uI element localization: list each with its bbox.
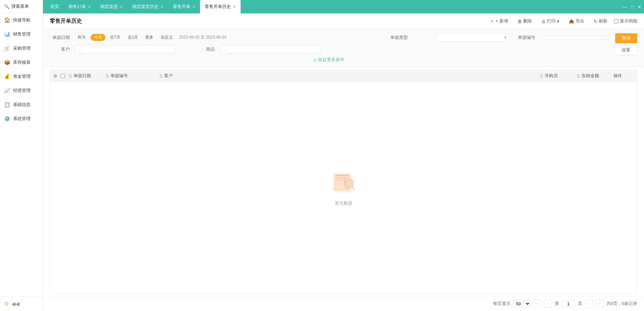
collapse-more-btn[interactable]: ∧ 收起更多条件	[50, 57, 608, 63]
refresh-button[interactable]: ↻ 刷新	[591, 17, 610, 25]
date-today-btn[interactable]: 今天	[91, 34, 105, 41]
sidebar-item-label: 采购管理	[13, 45, 31, 51]
table-settings-icon[interactable]: ⚙	[53, 73, 57, 79]
col-header-date[interactable]: ⇅ 单据日期	[68, 73, 102, 79]
page-label: 第	[555, 301, 559, 307]
sort-icon: ⇅	[577, 73, 580, 79]
add-button[interactable]: ＋ + 新增	[487, 17, 511, 25]
date-last1m-btn[interactable]: 近1月	[125, 34, 141, 41]
tab-retail-open-close[interactable]: ✕	[192, 5, 195, 9]
prev-page-btn[interactable]: ‹	[544, 300, 552, 308]
sidebar-search-btn[interactable]: 🔍 搜索菜单	[0, 0, 43, 13]
page-actions: ＋ + 新增 🗑 删除 🖨 打印 ▾ 📤 导出 ↻	[487, 17, 637, 25]
date-last7-btn[interactable]: 近7天	[107, 34, 123, 41]
tab-sales-return-close[interactable]: ✕	[120, 5, 123, 9]
query-button[interactable]: 查询	[615, 33, 637, 43]
svg-rect-2	[335, 175, 349, 176]
tab-retail-open[interactable]: 零售开单 ✕	[168, 0, 200, 13]
inventory-icon: 📦	[4, 59, 10, 65]
tab-sales-order-close[interactable]: ✕	[88, 5, 91, 9]
sidebar-item-label: 资金管理	[13, 73, 31, 80]
print-dropdown-icon: ▾	[557, 19, 559, 24]
sidebar: 🔍 搜索菜单 🏠 快捷导航 📊 销售管理 🛒 采购管理 📦 库存核算 💰 资金管…	[0, 0, 43, 311]
tab-sales-return-history[interactable]: 销货退货历史 ✕	[128, 0, 168, 13]
type-filter-label: 单据类型	[390, 35, 431, 41]
home-icon: 🏠	[4, 17, 10, 23]
num-filter-input[interactable]	[541, 36, 608, 39]
sidebar-item-purchase-mgmt[interactable]: 🛒 采购管理	[0, 41, 43, 55]
export-icon: 📤	[569, 19, 574, 24]
sort-icon: ⇅	[68, 73, 72, 79]
date-group: 昨天 今天 近7天 近1月 更多 自定义 2023-06-02 至 2023-0…	[75, 34, 227, 41]
export-button[interactable]: 📤 导出	[566, 17, 587, 25]
topbar-right: — □ ✕	[623, 4, 641, 9]
goods-dots: ...	[223, 47, 227, 52]
page-title: 零售开单历史	[50, 18, 82, 25]
sidebar-item-finance[interactable]: 💰 资金管理	[0, 69, 43, 84]
basic-icon: 📋	[4, 102, 10, 108]
sidebar-item-sales-mgmt[interactable]: 📊 销售管理	[0, 27, 43, 41]
customer-filter-input[interactable]: ...	[75, 45, 176, 53]
tab-sales-return-history-close[interactable]: ✕	[160, 5, 163, 9]
next-page-btn[interactable]: ›	[585, 300, 593, 308]
date-more-btn[interactable]: 更多	[143, 34, 156, 41]
date-yesterday-btn[interactable]: 昨天	[75, 34, 89, 41]
type-select-arrow: ▾	[504, 35, 507, 40]
maximize-btn[interactable]: □	[631, 4, 634, 9]
collapse-sidebar-icon[interactable]: ◀◀	[11, 301, 19, 307]
filter-setting-button[interactable]: 设置	[614, 45, 637, 55]
sidebar-item-sys-mgmt[interactable]: ⚙️ 系统管理	[0, 112, 43, 126]
show-detail-checkbox-label[interactable]: 显示明细	[614, 18, 637, 24]
purchase-icon: 🛒	[4, 45, 10, 51]
date-custom-btn[interactable]: 自定义	[158, 34, 176, 41]
show-detail-checkbox[interactable]	[614, 19, 618, 23]
last-page-btn[interactable]: »	[596, 300, 604, 308]
page-header: 零售开单历史 ＋ + 新增 🗑 删除 🖨 打印 ▾ 📤 导出	[43, 13, 644, 29]
delete-button[interactable]: 🗑 删除	[515, 17, 535, 25]
table-header: ⚙ ⇅ 单据日期 ⇅ 单据编号 ⇅ 客户 ⇅ 导购员	[50, 70, 637, 82]
tab-sales-return[interactable]: 销货退货 ✕	[96, 0, 128, 13]
per-page-select[interactable]: 50 10 20 100	[513, 300, 531, 308]
col-header-customer[interactable]: ⇅ 客户	[159, 73, 536, 79]
sidebar-item-label: 基础信息	[13, 102, 31, 108]
sidebar-footer: ⚙ ◀◀	[0, 296, 43, 311]
filter-right-actions: 查询 设置	[614, 33, 637, 55]
first-page-btn[interactable]: «	[533, 300, 541, 308]
search-icon: 🔍	[4, 4, 9, 9]
content-area: 零售开单历史 ＋ + 新增 🗑 删除 🖨 打印 ▾ 📤 导出	[43, 13, 644, 311]
settings-icon[interactable]: ⚙	[4, 301, 9, 307]
svg-rect-4	[335, 180, 345, 181]
tab-retail-open-history[interactable]: 零售开单历史 ✕	[200, 0, 241, 13]
tab-sales-order[interactable]: 销售订单 ✕	[64, 0, 96, 13]
sidebar-item-inventory[interactable]: 📦 库存核算	[0, 55, 43, 69]
sidebar-item-label: 快捷导航	[13, 17, 31, 23]
tab-sales-order-label: 销售订单	[68, 4, 86, 10]
svg-line-7	[352, 187, 354, 189]
col-header-guide[interactable]: ⇅ 导购员	[540, 73, 573, 79]
customer-filter-label: 客户	[50, 46, 70, 52]
filter-row-customer: 客户 ... 商品 ...	[50, 45, 608, 53]
sidebar-item-ops-mgmt[interactable]: 📈 经营管理	[0, 84, 43, 98]
close-btn[interactable]: ✕	[638, 4, 641, 9]
sidebar-item-basic-info[interactable]: 📋 基础信息	[0, 98, 43, 112]
minimize-btn[interactable]: —	[623, 4, 627, 9]
finance-icon: 💰	[4, 73, 10, 80]
filter-area: 单据日期 昨天 今天 近7天 近1月 更多 自定义 2023-06-02 至 2…	[43, 29, 644, 67]
col-header-amount[interactable]: ⇅ 实销金额	[577, 73, 610, 79]
sidebar-item-quick-nav[interactable]: 🏠 快捷导航	[0, 13, 43, 27]
total-info: 共0页，0条记录	[606, 301, 637, 307]
tab-retail-open-history-label: 零售开单历史	[205, 4, 231, 10]
num-filter-label: 单据编号	[515, 35, 535, 41]
select-all-checkbox[interactable]	[61, 74, 65, 78]
col-header-num[interactable]: ⇅ 单据编号	[105, 73, 156, 79]
tab-retail-open-history-close[interactable]: ✕	[233, 5, 236, 9]
page-input[interactable]	[562, 300, 575, 307]
date-range-display: 2023-06-02 至 2023-06-02	[179, 35, 226, 40]
type-filter-select[interactable]: ▾	[436, 33, 510, 42]
tab-home[interactable]: 首页	[46, 0, 64, 13]
goods-filter-input[interactable]: ...	[220, 45, 321, 53]
collapse-label: 收起更多条件	[318, 57, 344, 63]
filter-row-date: 单据日期 昨天 今天 近7天 近1月 更多 自定义 2023-06-02 至 2…	[50, 33, 608, 42]
print-icon: 🖨	[541, 19, 546, 24]
print-button[interactable]: 🖨 打印 ▾	[539, 17, 562, 25]
